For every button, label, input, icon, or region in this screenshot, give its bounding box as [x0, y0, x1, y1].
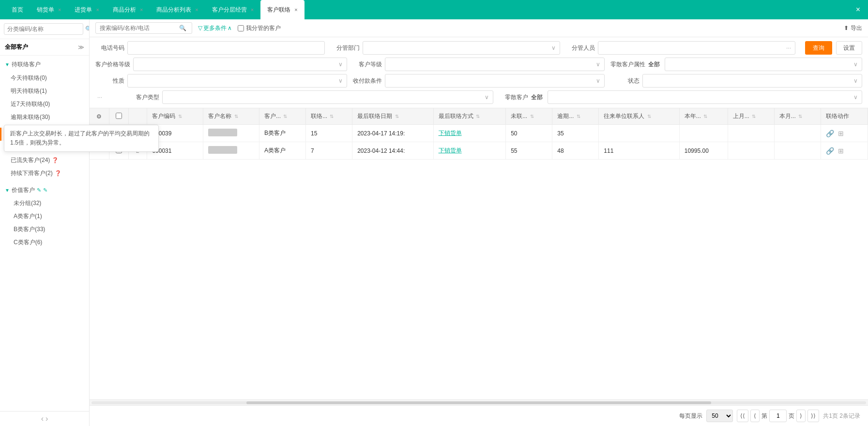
value-customers-title[interactable]: ▼ 价值客户 ✎ ✎	[0, 184, 89, 197]
col-checkbox[interactable]	[109, 108, 128, 125]
more-dots-icon[interactable]: ···	[95, 94, 104, 101]
col-this-year[interactable]: 本年... ⇅	[679, 108, 728, 125]
sidebar-item-overdue[interactable]: 逾期未联络(30)	[0, 111, 89, 124]
sidebar-item-churned[interactable]: 已流失客户(24) ❓	[0, 154, 89, 167]
horizontal-scrollbar[interactable]	[90, 399, 868, 405]
dept-select[interactable]: ∨	[363, 41, 560, 55]
customer-level-select[interactable]: ∨	[385, 58, 605, 71]
row2-last-contact-method[interactable]: 下销货单	[433, 142, 506, 160]
manager-select[interactable]: ···	[598, 41, 795, 55]
col-contact[interactable]: 联络... ⇅	[306, 108, 352, 125]
tab-purchase-order[interactable]: 进货单 ×	[68, 0, 106, 19]
sidebar-item-c-class[interactable]: C类客户(6)	[0, 236, 89, 249]
page-prefix-label: 第	[761, 412, 767, 420]
query-btn[interactable]: 查询	[805, 41, 832, 55]
filter-search-icon[interactable]: 🔍	[179, 25, 186, 31]
sidebar-search-input[interactable]	[4, 23, 83, 35]
sidebar-item-ungrouped[interactable]: 未分组(32)	[0, 197, 89, 210]
row1-last-contact-method[interactable]: 下销货单	[433, 125, 506, 142]
sidebar-search-icon[interactable]: 🔍	[85, 26, 90, 32]
row1-link-icon[interactable]: 🔗	[826, 130, 834, 137]
row2-link-icon[interactable]: 🔗	[826, 147, 834, 155]
close-tab-customer-segmentation[interactable]: ×	[251, 7, 254, 13]
col-actions: 联络动作	[821, 108, 868, 125]
status-select[interactable]: ∨	[642, 74, 862, 88]
field-customer-type: 客户类型 ∨	[130, 90, 493, 104]
scattered-customer-select[interactable]: ∨	[548, 90, 862, 104]
col-last-contact-date[interactable]: 最后联络日期 ⇅	[352, 108, 433, 125]
col-last-month[interactable]: 上月... ⇅	[728, 108, 774, 125]
close-all-tabs[interactable]: ×	[856, 5, 860, 14]
sidebar-item-tomorrow[interactable]: 明天待联络(1)	[0, 85, 89, 98]
my-customers-check[interactable]	[238, 25, 244, 31]
row1-actions: 🔗 ⊞	[821, 125, 868, 142]
table-row: 1 000039 B类客户 15 2023-04-17 14:19: 下销货单 …	[90, 125, 868, 142]
col-last-contact-method[interactable]: 最后联络方式 ⇅	[433, 108, 506, 125]
first-page-btn[interactable]: ⟨⟨	[737, 410, 748, 422]
value-customers-edit-icon[interactable]: ✎	[37, 187, 41, 193]
dept-select-arrow: ∨	[551, 44, 556, 51]
sidebar-collapse-icon[interactable]: ≫	[78, 44, 84, 51]
row2-this-month	[774, 142, 821, 160]
my-customers-checkbox[interactable]: 我分管的客户	[238, 24, 281, 32]
table-header-row: ⚙ 客户编码 ⇅ 客户名称 ⇅ 客户... ⇅ 联络... ⇅ 最后联络日期 ⇅…	[90, 108, 868, 125]
close-tab-sales-order[interactable]: ×	[58, 7, 61, 13]
row2-name-blur	[208, 146, 237, 154]
col-contacts[interactable]: 往来单位联系人 ⇅	[599, 108, 679, 125]
customer-type-select[interactable]: ∨	[162, 90, 493, 104]
col-category[interactable]: 客户... ⇅	[259, 108, 305, 125]
col-overdue[interactable]: 逾期... ⇅	[552, 108, 599, 125]
last-page-btn[interactable]: ⟩⟩	[807, 410, 819, 422]
manager-label: 分管人员	[566, 44, 595, 52]
col-this-month[interactable]: 本月... ⇅	[774, 108, 821, 125]
nature-select[interactable]: ∨	[127, 74, 347, 88]
sidebar-item-7days[interactable]: 近7天待联络(0)	[0, 98, 89, 111]
sidebar-next-btn[interactable]: ›	[46, 414, 48, 423]
payment-terms-select[interactable]: ∨	[385, 74, 605, 88]
col-settings[interactable]: ⚙	[90, 108, 109, 125]
sidebar-prev-btn[interactable]: ‹	[41, 414, 44, 423]
tab-customer-contact[interactable]: 客户联络 ×	[260, 0, 304, 19]
col-name[interactable]: 客户名称 ⇅	[203, 108, 259, 125]
adv-filter-panel: 电话号码 分管部门 ∨ 分管人员 ···	[90, 37, 868, 108]
col-uncontacted[interactable]: 未联... ⇅	[506, 108, 552, 125]
export-btn[interactable]: ⬆ 导出	[844, 24, 862, 32]
tab-home[interactable]: 首页	[5, 0, 30, 19]
close-tab-purchase-order[interactable]: ×	[96, 7, 99, 13]
settings-btn[interactable]: 设置	[836, 41, 862, 55]
payment-terms-arrow: ∨	[596, 77, 600, 84]
row2-method-link[interactable]: 下销货单	[439, 147, 462, 154]
tab-product-analysis-list[interactable]: 商品分析列表 ×	[150, 0, 205, 19]
tab-sales-order[interactable]: 销货单 ×	[30, 0, 68, 19]
close-tab-product-analysis-list[interactable]: ×	[195, 7, 198, 13]
sidebar-item-declining[interactable]: 持续下滑客户(2) ❓	[0, 167, 89, 180]
more-conditions-btn[interactable]: ▽ 更多条件 ∧	[198, 24, 232, 32]
tab-product-analysis[interactable]: 商品分析 ×	[106, 0, 150, 19]
per-page-select[interactable]: 50 20 100	[706, 410, 733, 422]
prev-page-btn[interactable]: ⟨	[750, 410, 760, 422]
scattered-attr-arrow: ∨	[853, 61, 858, 68]
scattered-attr-select[interactable]: ∨	[665, 58, 862, 71]
scroll-track	[91, 401, 866, 404]
col-code[interactable]: 客户编码 ⇅	[147, 108, 203, 125]
churned-info-icon: ❓	[52, 157, 59, 163]
tab-customer-segmentation[interactable]: 客户分层经营 ×	[205, 0, 260, 19]
row2-uncontacted: 55	[506, 142, 552, 160]
pending-contact-title[interactable]: ▼ 待联络客户	[0, 58, 89, 72]
sidebar-search-bar: 🔍	[0, 19, 89, 39]
close-tab-product-analysis[interactable]: ×	[140, 7, 143, 13]
filter-search-input[interactable]	[100, 25, 177, 31]
select-all-checkbox[interactable]	[116, 113, 122, 119]
sidebar-item-b-class[interactable]: B类客户(33)	[0, 223, 89, 236]
price-level-arrow: ∨	[338, 61, 343, 68]
row1-method-link[interactable]: 下销货单	[439, 130, 462, 136]
price-level-select[interactable]: ∨	[133, 58, 347, 71]
sidebar-item-today[interactable]: 今天待联络(0)	[0, 72, 89, 85]
phone-input[interactable]	[127, 41, 325, 55]
sidebar-item-a-class[interactable]: A类客户(1)	[0, 210, 89, 223]
page-number-input[interactable]	[769, 410, 787, 422]
row2-grid-icon[interactable]: ⊞	[838, 147, 844, 155]
next-page-btn[interactable]: ⟩	[796, 410, 806, 422]
close-tab-customer-contact[interactable]: ×	[294, 7, 297, 13]
row1-grid-icon[interactable]: ⊞	[838, 130, 844, 137]
